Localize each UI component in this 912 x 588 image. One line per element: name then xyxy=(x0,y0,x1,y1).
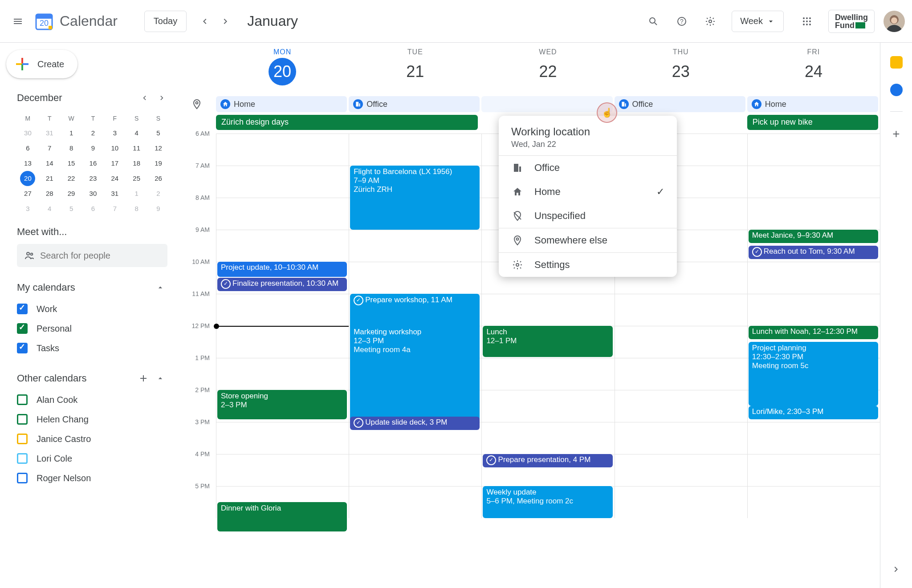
calendar-event[interactable]: Lunch12–1 PM xyxy=(483,326,612,357)
mini-day[interactable]: 28 xyxy=(39,186,61,201)
mini-day[interactable]: 17 xyxy=(104,156,126,171)
location-option-unspec[interactable]: Unspecified xyxy=(499,204,677,228)
mini-day[interactable]: 6 xyxy=(17,141,39,156)
other-calendars-collapse[interactable] xyxy=(153,371,167,385)
account-avatar[interactable] xyxy=(884,11,905,32)
day-number[interactable]: 24 xyxy=(800,58,827,85)
tasks-addon[interactable] xyxy=(890,84,903,96)
mini-day[interactable]: 30 xyxy=(82,186,104,201)
search-button[interactable] xyxy=(643,11,664,32)
mini-day[interactable]: 3 xyxy=(104,126,126,141)
search-people-field[interactable] xyxy=(17,244,167,267)
calendar-checkbox[interactable] xyxy=(17,434,28,444)
today-button[interactable]: Today xyxy=(144,11,187,32)
mini-day[interactable]: 9 xyxy=(147,201,169,216)
mini-day[interactable]: 18 xyxy=(126,156,147,171)
mini-day[interactable]: 15 xyxy=(61,156,82,171)
allday-cell[interactable]: Zürich design days xyxy=(216,115,347,131)
calendar-event[interactable]: Lunch with Noah, 12–12:30 PM xyxy=(749,326,878,339)
day-number[interactable]: 21 xyxy=(401,58,429,85)
calendar-checkbox[interactable] xyxy=(17,323,28,334)
calendar-event[interactable]: Store opening2–3 PM xyxy=(217,390,347,419)
day-number[interactable]: 20 xyxy=(269,58,296,85)
mini-day[interactable]: 29 xyxy=(61,186,82,201)
day-column[interactable]: Flight to Barcelona (LX 1956)7–9 AMZüric… xyxy=(349,134,481,518)
keep-addon[interactable] xyxy=(890,56,903,69)
calendar-toggle[interactable]: Roger Nelson xyxy=(17,468,167,488)
google-apps-button[interactable] xyxy=(796,11,818,32)
calendar-toggle[interactable]: Helen Chang xyxy=(17,410,167,429)
day-column[interactable]: Meet Janice, 9–9:30 AMReach out to Tom, … xyxy=(747,134,880,518)
calendar-toggle[interactable]: Alan Cook xyxy=(17,390,167,410)
day-header[interactable]: WED22 xyxy=(481,43,614,96)
calendar-checkbox[interactable] xyxy=(17,304,28,314)
calendar-event[interactable]: Update slide deck, 3 PM xyxy=(350,417,480,430)
calendar-event[interactable]: Weekly update5–6 PM, Meeting room 2c xyxy=(483,486,612,518)
working-location-chip[interactable]: Home xyxy=(216,96,347,112)
main-menu-button[interactable] xyxy=(7,11,28,32)
mini-day[interactable]: 31 xyxy=(104,186,126,201)
calendar-toggle[interactable]: Personal xyxy=(17,319,167,338)
mini-day[interactable]: 2 xyxy=(147,186,169,201)
day-header[interactable]: MON20 xyxy=(216,43,349,96)
current-month-label[interactable]: January xyxy=(247,13,298,29)
working-location-chip[interactable]: Home xyxy=(747,96,878,112)
mini-day[interactable]: 24 xyxy=(104,171,126,186)
mini-day[interactable]: 30 xyxy=(17,126,39,141)
next-week-button[interactable] xyxy=(215,11,236,32)
calendar-checkbox[interactable] xyxy=(17,414,28,425)
mini-day[interactable]: 3 xyxy=(17,201,39,216)
allday-cell[interactable]: Pick up new bike xyxy=(747,115,878,131)
calendar-toggle[interactable]: Lori Cole xyxy=(17,449,167,468)
mini-day[interactable]: 9 xyxy=(82,141,104,156)
mini-day[interactable]: 22 xyxy=(61,171,82,186)
working-location-chip[interactable]: Office xyxy=(349,96,480,112)
day-number[interactable]: 22 xyxy=(534,58,562,85)
mini-day[interactable]: 20 xyxy=(17,171,39,186)
location-option-office[interactable]: Office xyxy=(499,156,677,180)
calendar-toggle[interactable]: Work xyxy=(17,299,167,319)
mini-day[interactable]: 8 xyxy=(61,141,82,156)
mini-day[interactable]: 23 xyxy=(82,171,104,186)
search-people-input[interactable] xyxy=(40,251,160,261)
mini-day[interactable]: 13 xyxy=(17,156,39,171)
day-column[interactable]: Project update, 10–10:30 AMFinalize pres… xyxy=(216,134,349,518)
mini-day[interactable]: 10 xyxy=(104,141,126,156)
my-calendars-collapse[interactable] xyxy=(153,280,167,295)
calendar-event[interactable]: Flight to Barcelona (LX 1956)7–9 AMZüric… xyxy=(350,166,480,230)
mini-prev-button[interactable] xyxy=(137,91,151,105)
calendar-event[interactable]: Prepare presentation, 4 PM xyxy=(483,454,612,467)
mini-day[interactable]: 27 xyxy=(17,186,39,201)
mini-day[interactable]: 14 xyxy=(39,156,61,171)
add-other-calendar[interactable] xyxy=(136,371,151,385)
settings-button[interactable] xyxy=(700,11,721,32)
calendar-checkbox[interactable] xyxy=(17,473,28,483)
calendar-event[interactable]: Lori/Mike, 2:30–3 PM xyxy=(749,406,878,419)
day-header[interactable]: TUE21 xyxy=(349,43,481,96)
view-selector[interactable]: Week xyxy=(732,11,784,32)
mini-day[interactable]: 4 xyxy=(39,201,61,216)
day-number[interactable]: 23 xyxy=(667,58,695,85)
calendar-toggle[interactable]: Janice Castro xyxy=(17,429,167,449)
mini-month-label[interactable]: December xyxy=(17,92,134,104)
get-addons-button[interactable]: + xyxy=(892,127,900,141)
mini-day[interactable]: 6 xyxy=(82,201,104,216)
allday-event[interactable]: Pick up new bike xyxy=(747,115,878,130)
popover-somewhere-else[interactable]: Somewhere else xyxy=(499,228,677,252)
calendar-event[interactable]: Project update, 10–10:30 AM xyxy=(217,262,347,277)
support-button[interactable]: ? xyxy=(671,11,692,32)
mini-day[interactable]: 2 xyxy=(82,126,104,141)
hide-side-panel[interactable] xyxy=(891,564,902,576)
create-button[interactable]: Create xyxy=(6,50,77,78)
allday-cell[interactable] xyxy=(349,115,480,131)
mini-day[interactable]: 31 xyxy=(39,126,61,141)
mini-day[interactable]: 25 xyxy=(126,171,147,186)
mini-day[interactable]: 21 xyxy=(39,171,61,186)
mini-day[interactable]: 5 xyxy=(147,126,169,141)
calendar-event[interactable]: Reach out to Tom, 9:30 AM xyxy=(749,246,878,259)
day-header[interactable]: FRI24 xyxy=(747,43,880,96)
day-header[interactable]: THU23 xyxy=(615,43,747,96)
mini-day[interactable]: 7 xyxy=(104,201,126,216)
mini-day[interactable]: 16 xyxy=(82,156,104,171)
org-brand-chip[interactable]: DwellingFund xyxy=(828,10,875,33)
